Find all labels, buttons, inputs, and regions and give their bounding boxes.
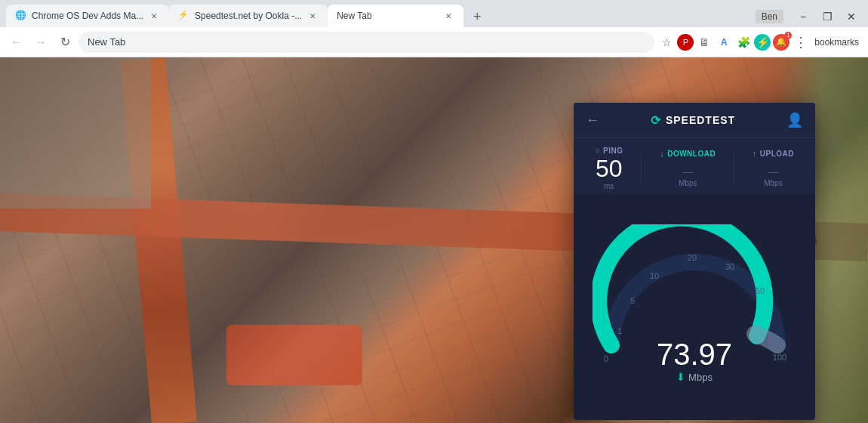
tab-favicon-speedtest: ⚡ <box>178 10 190 22</box>
ping-unit: ms <box>604 182 614 190</box>
extensions-button[interactable]: 🧩 <box>734 33 753 51</box>
tab-speedtest[interactable]: ⚡ Speedtest.net by Ookla -... ✕ <box>169 5 328 27</box>
pocket-button[interactable]: P <box>677 34 694 51</box>
forward-button[interactable]: → <box>30 32 51 53</box>
download-dash: — <box>682 165 693 178</box>
gauge-label-100: 100 <box>773 353 786 362</box>
ping-value: 50 <box>596 156 623 181</box>
panel-header: ← ⟳ SPEEDTEST 👤 <box>574 103 815 138</box>
ext-badge-button[interactable]: 🔔 1 <box>772 33 790 51</box>
tab-bar: 🌐 Chrome OS Dev Adds Ma... ✕ ⚡ Speedtest… <box>0 0 868 27</box>
metrics-row: ○ PING 50 ms ↓ DOWNLOAD — Mbps <box>574 138 815 195</box>
toolbar-right: ☆ P 🖥 A 🧩 ⚡ 🔔 1 ⋮ bookmarks <box>657 33 862 51</box>
gauge-container: 0 1 5 10 20 30 50 100 <box>596 224 793 375</box>
download-arrow-icon: ⬇ <box>676 371 685 383</box>
bookmarks-label: bookmarks <box>811 37 862 48</box>
metric-download-header: ↓ DOWNLOAD <box>660 149 716 158</box>
metric-upload-header: ↑ UPLOAD <box>753 149 794 158</box>
close-button[interactable]: ✕ <box>841 9 862 24</box>
gauge-label-1: 1 <box>617 326 622 335</box>
download-unit: Mbps <box>679 179 697 187</box>
metric-divider-2 <box>734 153 734 184</box>
upload-unit: Mbps <box>764 179 782 187</box>
toolbar: ← → ↻ New Tab ☆ P 🖥 A 🧩 ⚡ 🔔 1 ⋮ bookmark… <box>0 27 868 57</box>
browser-frame: 🌐 Chrome OS Dev Adds Ma... ✕ ⚡ Speedtest… <box>0 0 868 423</box>
upload-icon: ↑ <box>753 149 757 158</box>
window-controls: Ben − ❐ ✕ <box>756 9 862 27</box>
panel-user-icon[interactable]: 👤 <box>786 112 803 128</box>
maximize-button[interactable]: ❐ <box>817 9 838 24</box>
tab-label-speedtest: Speedtest.net by Ookla -... <box>195 11 302 21</box>
star-button[interactable]: ☆ <box>657 33 676 51</box>
metric-ping: ○ PING 50 ms <box>595 146 623 190</box>
metric-divider-1 <box>641 153 642 184</box>
tab-close-speedtest[interactable]: ✕ <box>306 10 319 22</box>
speed-readout: 73.97 ⬇ Mbps <box>657 339 732 383</box>
gauge-label-5: 5 <box>630 296 635 305</box>
gauge-area: 0 1 5 10 20 30 50 100 <box>574 195 815 420</box>
speedtest-ext-button[interactable]: ⚡ <box>754 34 771 51</box>
ping-icon: ○ <box>595 146 600 155</box>
gauge-label-10: 10 <box>650 271 659 280</box>
tab-newtab[interactable]: New Tab ✕ <box>328 5 463 27</box>
metric-ping-header: ○ PING <box>595 146 623 155</box>
address-text: New Tab <box>88 36 125 48</box>
tab-close-newtab[interactable]: ✕ <box>442 10 454 22</box>
speedtest-logo-icon: ⟳ <box>651 113 661 128</box>
metric-upload: ↑ UPLOAD — Mbps <box>753 149 794 187</box>
speed-value: 73.97 <box>657 339 732 369</box>
tab-label-chromeos: Chrome OS Dev Adds Ma... <box>32 11 143 21</box>
mining-pit <box>226 325 362 385</box>
upload-dash: — <box>768 165 778 178</box>
speedtest-panel: ← ⟳ SPEEDTEST 👤 ○ PING 50 ms <box>574 103 815 420</box>
gauge-label-30: 30 <box>725 262 734 271</box>
speed-unit-row: ⬇ Mbps <box>657 371 732 383</box>
speedtest-logo-text: SPEEDTEST <box>666 114 735 126</box>
upload-label: UPLOAD <box>760 150 794 158</box>
download-icon: ↓ <box>660 149 664 158</box>
main-content: ↗ ← ⟳ SPEEDTEST 👤 ○ PING <box>0 57 868 423</box>
download-label: DOWNLOAD <box>667 150 716 158</box>
panel-back-button[interactable]: ← <box>586 113 599 128</box>
cast-button[interactable]: 🖥 <box>695 33 713 51</box>
back-button[interactable]: ← <box>6 32 27 53</box>
new-tab-button[interactable]: + <box>466 6 488 27</box>
tab-label-newtab: New Tab <box>337 11 438 21</box>
menu-button[interactable]: ⋮ <box>792 33 810 51</box>
gauge-label-50: 50 <box>756 286 765 295</box>
tab-chromeos[interactable]: 🌐 Chrome OS Dev Adds Ma... ✕ <box>6 5 169 27</box>
metric-download: ↓ DOWNLOAD — Mbps <box>660 149 716 187</box>
refresh-button[interactable]: ↻ <box>54 32 75 53</box>
address-bar[interactable]: New Tab <box>78 32 654 53</box>
tab-close-chromeos[interactable]: ✕ <box>148 10 160 22</box>
gauge-label-0: 0 <box>604 354 608 363</box>
translate-button[interactable]: A <box>715 33 733 51</box>
speed-unit: Mbps <box>688 372 713 383</box>
user-label: Ben <box>756 10 783 23</box>
gauge-label-20: 20 <box>688 253 697 262</box>
ping-label: PING <box>603 147 623 155</box>
speedtest-logo: ⟳ SPEEDTEST <box>651 113 735 128</box>
minimize-button[interactable]: − <box>793 9 814 24</box>
terrain-patch-topleft <box>0 57 151 208</box>
tab-favicon-chromeos: 🌐 <box>15 10 27 22</box>
